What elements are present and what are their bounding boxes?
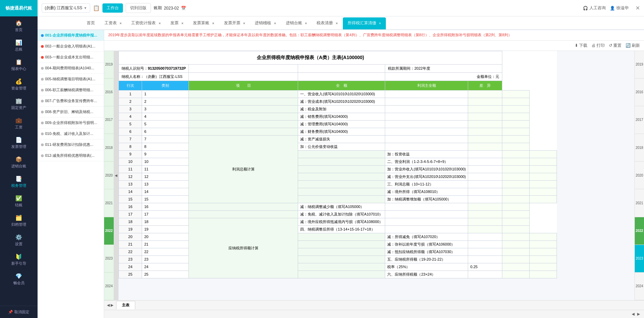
row-diff-14[interactable] <box>530 188 557 195</box>
year-item-left-2018[interactable]: 2018 <box>104 134 114 162</box>
sidebar-item-purchase[interactable]: 📦进销台账 <box>0 153 38 172</box>
tab-close-icon[interactable]: × <box>336 21 338 25</box>
sidebar-item-invoice[interactable]: 📄发票管理 <box>0 133 38 153</box>
row-profit-amount-8[interactable] <box>468 143 502 150</box>
nav-tab-税表清册[interactable]: 税表清册× <box>312 17 342 29</box>
row-profit-amount-7[interactable] <box>468 135 502 143</box>
row-full-amount-4[interactable] <box>385 113 468 120</box>
left-panel-item-011[interactable]: 011-研发费用加计扣除优惠... <box>38 139 104 150</box>
year-item-right-2020[interactable]: 2020 <box>635 162 644 189</box>
row-profit-amount-18[interactable] <box>468 218 502 225</box>
row-diff-9[interactable] <box>530 150 557 158</box>
year-item-left-2021[interactable]: 2021 <box>104 189 114 217</box>
sidebar-item-report[interactable]: 📋报表中心 <box>0 55 38 75</box>
row-diff-15[interactable] <box>530 195 557 203</box>
row-profit-amount-21[interactable] <box>502 240 530 248</box>
row-full-amount-22[interactable] <box>468 248 502 255</box>
row-profit-amount-25[interactable] <box>502 271 530 278</box>
sidebar-item-payroll[interactable]: 💼工资 <box>0 114 38 133</box>
nav-tab-所得税汇算清缴[interactable]: 所得税汇算清缴× <box>343 17 386 29</box>
sidebar-item-home[interactable]: 🏠首页 <box>0 16 38 36</box>
row-profit-amount-16[interactable] <box>468 203 502 210</box>
left-panel-item-012[interactable]: 012-减免所得税优惠明细表(... <box>38 150 104 161</box>
calendar-icon[interactable]: 📅 <box>181 6 186 11</box>
year-item-right-2019[interactable]: 2019 <box>635 51 644 79</box>
row-profit-amount-20[interactable] <box>502 233 530 240</box>
year-item-left-2017[interactable]: 2017 <box>104 106 114 134</box>
workbench-button[interactable]: 工作台 <box>102 3 123 13</box>
row-diff-7[interactable] <box>502 135 530 143</box>
row-profit-amount-13[interactable] <box>502 180 530 188</box>
tab-close-icon[interactable]: × <box>181 21 183 25</box>
company-selector[interactable]: (勿删) 江西服宝-LSS ▼ <box>42 3 90 13</box>
row-diff-2[interactable] <box>502 98 530 105</box>
old-version-button[interactable]: 切到旧版 <box>126 3 151 13</box>
row-full-amount-17[interactable] <box>385 210 468 218</box>
row-diff-20[interactable] <box>530 233 557 240</box>
main-sheet-tab[interactable]: 主表 <box>116 301 135 309</box>
row-diff-8[interactable] <box>502 143 530 150</box>
user-menu[interactable]: 👤 徐溢华 <box>610 5 629 11</box>
row-full-amount-11[interactable] <box>468 165 502 173</box>
sidebar-item-tax[interactable]: 📑税务管理 <box>0 172 38 192</box>
sidebar-item-finance[interactable]: 💰资金管理 <box>0 75 38 94</box>
download-button[interactable]: ⬇ 下载 <box>575 43 587 49</box>
left-panel-item-001[interactable]: 001-企业所得税年度纳税申报... <box>38 30 104 41</box>
row-full-amount-2[interactable] <box>385 98 468 105</box>
tab-close-icon[interactable]: × <box>158 21 160 25</box>
row-full-amount-23[interactable] <box>468 255 502 263</box>
year-item-right-2017[interactable]: 2017 <box>635 106 644 134</box>
nav-tab-工资表[interactable]: 工资表× <box>100 17 126 29</box>
reset-button[interactable]: ↺ 重置 <box>609 43 621 49</box>
left-panel-item-005[interactable]: 005-纳税调整项目明细表(A1... <box>38 74 104 85</box>
left-panel-item-010[interactable]: 010-免税、减计收入及加计... <box>38 128 104 139</box>
ai-consult-button[interactable]: 🎧 人工咨询 <box>583 5 606 11</box>
row-full-amount-15[interactable] <box>468 195 502 203</box>
row-profit-amount-2[interactable] <box>468 98 502 105</box>
row-profit-amount-15[interactable] <box>502 195 530 203</box>
left-panel-item-004[interactable]: 004-期间费用明细表(A1040... <box>38 63 104 74</box>
year-item-left-2019[interactable]: 2019 <box>104 51 114 79</box>
row-diff-13[interactable] <box>530 180 557 188</box>
row-full-amount-1[interactable] <box>385 90 468 98</box>
row-profit-amount-4[interactable] <box>468 113 502 120</box>
left-panel-item-003[interactable]: 003-一般企业成本支出明细... <box>38 52 104 63</box>
tab-close-icon[interactable]: × <box>120 21 122 25</box>
year-item-left-2023[interactable]: 2023 <box>104 245 114 273</box>
row-full-amount-20[interactable] <box>468 233 502 240</box>
left-panel-item-009[interactable]: 009-企业所得税附加补亏损明... <box>38 117 104 128</box>
row-profit-amount-23[interactable] <box>502 255 530 263</box>
collapse-button[interactable]: ◀ <box>114 51 118 300</box>
row-diff-4[interactable] <box>502 113 530 120</box>
row-profit-amount-3[interactable] <box>468 105 502 113</box>
row-full-amount-5[interactable] <box>385 120 468 128</box>
row-diff-24[interactable] <box>530 263 557 271</box>
nav-tab-工资统计报表[interactable]: 工资统计报表× <box>126 17 165 29</box>
sidebar-footer[interactable]: 📌 取消固定 <box>0 306 38 318</box>
row-profit-amount-5[interactable] <box>468 120 502 128</box>
sidebar-item-assets[interactable]: 🏢固定资产 <box>0 94 38 114</box>
sidebar-item-checkout[interactable]: ✅结账 <box>0 192 38 211</box>
year-item-left-2022[interactable]: 2022 <box>104 217 114 245</box>
row-diff-11[interactable] <box>530 165 557 173</box>
scroll-left-icon[interactable]: ◀ <box>632 312 634 316</box>
left-panel-item-002[interactable]: 002-一般企业收入明细表(A1... <box>38 41 104 52</box>
left-panel-item-007[interactable]: 007-广告费和业务宣传费跨年... <box>38 96 104 107</box>
topbar-doc-icon[interactable]: 📋 <box>93 5 100 11</box>
left-panel-item-006[interactable]: 006-职工薪酬纳税调整明细... <box>38 85 104 96</box>
scroll-right-icon[interactable]: ▶ <box>637 312 640 316</box>
row-diff-23[interactable] <box>530 255 557 263</box>
row-profit-amount-12[interactable] <box>502 173 530 180</box>
tab-close-icon[interactable]: × <box>243 21 245 25</box>
row-profit-amount-6[interactable] <box>468 128 502 135</box>
row-diff-25[interactable] <box>530 271 557 278</box>
year-item-right-2023[interactable]: 2023 <box>635 245 644 273</box>
nav-tab-发票算账[interactable]: 发票算账× <box>188 17 219 29</box>
row-diff-3[interactable] <box>502 105 530 113</box>
table-wrapper[interactable]: 企业所得税年度纳税申报表（A类）主表(A100000) 纳税人识别号：91320… <box>118 51 634 300</box>
row-profit-amount-22[interactable] <box>502 248 530 255</box>
year-item-left-2016[interactable]: 2016 <box>104 79 114 106</box>
sidebar-item-guide[interactable]: 🔰新手引导 <box>0 250 38 269</box>
row-profit-amount-11[interactable] <box>502 165 530 173</box>
row-diff-18[interactable] <box>502 218 530 225</box>
